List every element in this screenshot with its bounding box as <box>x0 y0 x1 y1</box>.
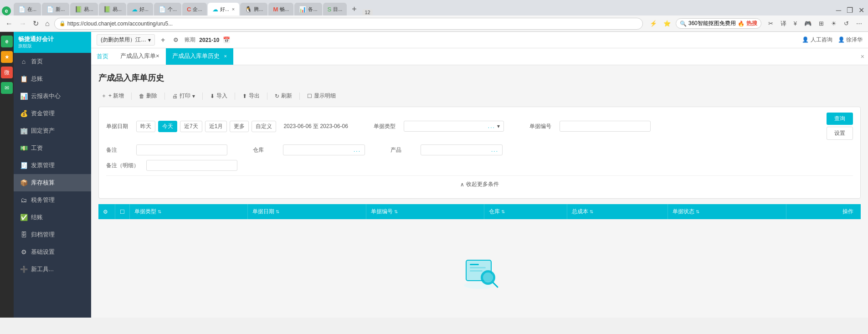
yuan-btn[interactable]: ¥ <box>791 19 799 28</box>
fixed-icon: 🏢 <box>20 127 27 134</box>
basic-icon: ⚙ <box>20 248 27 256</box>
export-button[interactable]: ⬆ 导出 <box>240 91 262 101</box>
archive-icon: 🗄 <box>20 231 27 238</box>
tab-5[interactable]: ☁ 好... <box>127 3 153 15</box>
icon-bar-star[interactable]: ★ <box>1 51 13 63</box>
th-type[interactable]: 单据类型 ⇅ <box>129 204 248 219</box>
th-date[interactable]: 单据日期 ⇅ <box>248 204 366 219</box>
sidebar-item-basic[interactable]: ⚙ 基础设置 <box>14 243 91 261</box>
settings-btn-browser[interactable]: ⋯ <box>854 19 864 28</box>
th-check[interactable]: ☐ <box>115 204 129 219</box>
icon-bar-mail[interactable]: ✉ <box>1 82 13 94</box>
print-button[interactable]: 🖨 打印 ▾ <box>169 91 198 101</box>
sidebar-item-salary[interactable]: 💵 工资 <box>14 139 91 157</box>
query-button[interactable]: 查询 <box>827 113 853 125</box>
tab-4[interactable]: 📗 易... <box>99 3 126 15</box>
sidebar-item-fund[interactable]: 💰 资金管理 <box>14 105 91 122</box>
sidebar-item-more[interactable]: ➕ 新工具... <box>14 261 91 278</box>
th-gear[interactable]: ⚙ <box>98 204 115 219</box>
breadcrumb-home[interactable]: 首页 <box>97 52 108 61</box>
sidebar-item-report[interactable]: 📊 云报表中心 <box>14 87 91 105</box>
th-cost[interactable]: 总成本 ⇅ <box>567 204 668 219</box>
bookmark-button[interactable]: ⭐ <box>661 19 673 28</box>
date-today[interactable]: 今天 <box>158 121 177 132</box>
type-select[interactable]: ... ▾ <box>404 121 504 132</box>
product-select[interactable]: ... <box>421 144 503 155</box>
warehouse-select[interactable]: ... <box>283 144 365 155</box>
remark-input[interactable] <box>136 144 227 155</box>
home-button[interactable]: ⌂ <box>43 19 51 29</box>
reload-button[interactable]: ↻ <box>31 18 41 29</box>
tab-history-page[interactable]: 产成品入库单历史 × <box>166 48 233 65</box>
window-minimize[interactable]: ─ <box>834 5 843 15</box>
collapse-row: ∧ 收起更多条件 <box>106 175 853 193</box>
date-7days[interactable]: 近7天 <box>180 121 202 132</box>
tab-12[interactable]: S 目... <box>323 3 347 15</box>
period-calendar-icon[interactable]: 📅 <box>223 36 230 43</box>
url-box[interactable]: 🔒 https://cloud.chanjet.com/accounting/u… <box>54 18 643 30</box>
company-select[interactable]: (勿删勿禁用）江西腹宝测试专用 ▾ <box>97 34 155 46</box>
game-btn[interactable]: 🎮 <box>802 19 814 28</box>
sidebar-item-fixed[interactable]: 🏢 固定资产 <box>14 122 91 139</box>
sidebar-item-home[interactable]: ⌂ 首页 <box>14 53 91 70</box>
number-input[interactable] <box>560 121 651 132</box>
sidebar-item-inventory[interactable]: 📦 库存核算 <box>14 174 91 191</box>
service-link[interactable]: 👤 人工咨询 <box>802 36 832 44</box>
history-tab-close[interactable]: × <box>224 53 227 59</box>
date-custom[interactable]: 自定义 <box>252 121 276 132</box>
tab-3[interactable]: 📗 易... <box>70 3 98 15</box>
filter-settings-btn[interactable]: 设置 <box>827 127 853 140</box>
panel-close-btn[interactable]: × <box>857 53 868 60</box>
tab-11[interactable]: 📊 各... <box>294 3 322 15</box>
import-button[interactable]: ⬇ 导入 <box>207 91 230 101</box>
tab-10[interactable]: M 畅... <box>268 3 293 15</box>
extensions-button[interactable]: ⚡ <box>647 19 659 28</box>
date-yesterday[interactable]: 昨天 <box>136 121 155 132</box>
add-button[interactable]: ＋ + 新增 <box>98 91 127 101</box>
date-more[interactable]: 更多 <box>230 121 249 132</box>
tab-8[interactable]: ☁ 好... × <box>208 3 240 15</box>
forward-button[interactable]: → <box>17 19 28 29</box>
delete-button[interactable]: 🗑 删除 <box>136 91 160 101</box>
th-action: 操作 <box>786 204 861 219</box>
back-button[interactable]: ← <box>4 19 15 29</box>
tab-1[interactable]: 📄 在... <box>14 3 41 15</box>
page-header: 首页 产成品入库单× 产成品入库单历史 × × <box>91 48 868 65</box>
show-detail-button[interactable]: ☐ 显示明细 <box>304 91 339 101</box>
sidebar-item-tax[interactable]: 🗂 税务管理 <box>14 191 91 209</box>
translate-btn[interactable]: 译 <box>778 19 789 29</box>
divider4 <box>235 92 235 100</box>
icon-bar-green[interactable]: e <box>1 36 13 47</box>
sidebar-item-ledger[interactable]: 📋 总账 <box>14 70 91 87</box>
sidebar-item-invoice[interactable]: 🧾 发票管理 <box>14 157 91 174</box>
tab-9[interactable]: 🐧 腾... <box>240 3 267 15</box>
sync-btn[interactable]: ↺ <box>842 19 851 28</box>
search-box[interactable]: 🔍 360智能抠图免费用 🔥 热搜 <box>676 18 761 29</box>
user-area[interactable]: 👤 徐泽华 <box>838 36 863 44</box>
date-1month[interactable]: 近1月 <box>205 121 227 132</box>
th-number[interactable]: 单据编号 ⇅ <box>366 204 484 219</box>
window-close[interactable]: ✕ <box>857 5 866 15</box>
filter-panel: 单据日期 昨天 今天 近7天 近1月 更多 自定义 2023-06-06 至 2… <box>98 107 861 199</box>
sidebar-item-archive[interactable]: 🗄 归档管理 <box>14 226 91 243</box>
detail-remark-input[interactable] <box>146 160 237 171</box>
th-status[interactable]: 单据状态 ⇅ <box>668 204 786 219</box>
tab-7[interactable]: C 企... <box>182 3 207 15</box>
new-tab-button[interactable]: + <box>348 3 360 15</box>
tab-2[interactable]: 📄 新... <box>42 3 69 15</box>
icon-bar-weibo[interactable]: 微 <box>1 67 13 78</box>
grid-btn[interactable]: ⊞ <box>817 19 826 28</box>
tab-6[interactable]: 📄 个... <box>154 3 181 15</box>
sidebar-item-fixed-label: 固定资产 <box>31 127 55 135</box>
tab-8-close[interactable]: × <box>232 6 235 12</box>
th-warehouse[interactable]: 仓库 ⇅ <box>484 204 567 219</box>
sidebar-item-settle[interactable]: ✅ 结账 <box>14 209 91 226</box>
add-company-btn[interactable]: + <box>159 35 167 45</box>
refresh-button[interactable]: ↻ 刷新 <box>272 91 295 101</box>
cut-btn[interactable]: ✂ <box>766 19 776 28</box>
collapse-button[interactable]: ∧ 收起更多条件 <box>457 179 503 190</box>
theme-btn[interactable]: ☀ <box>829 19 839 28</box>
settings-company-btn[interactable]: ⚙ <box>171 36 181 44</box>
window-restore[interactable]: ❐ <box>845 5 855 15</box>
tab-list-page[interactable]: 产成品入库单× <box>114 48 166 65</box>
